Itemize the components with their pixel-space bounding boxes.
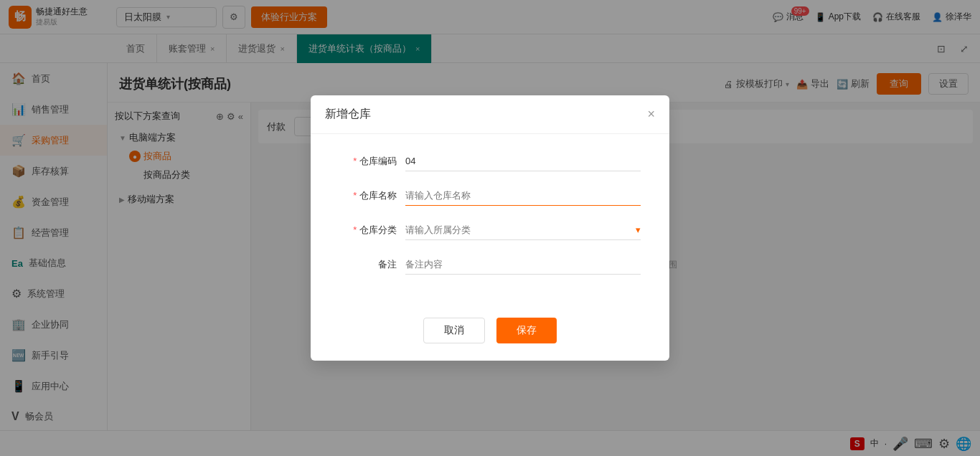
code-input[interactable] — [405, 151, 641, 171]
category-input-box: ▾ — [405, 220, 641, 240]
name-label: 仓库名称 — [339, 189, 397, 202]
form-row-code: 仓库编码 — [339, 151, 641, 171]
category-dropdown-icon[interactable]: ▾ — [636, 224, 641, 235]
modal-overlay: 新增仓库 × 仓库编码 仓库名称 仓库分类 ▾ — [0, 0, 980, 456]
name-input[interactable] — [405, 186, 641, 206]
modal-header: 新增仓库 × — [311, 95, 669, 134]
save-button[interactable]: 保存 — [496, 318, 557, 343]
modal-title: 新增仓库 — [325, 107, 371, 122]
remark-label: 备注 — [339, 258, 397, 271]
remark-input[interactable] — [405, 255, 641, 275]
modal-close-button[interactable]: × — [647, 107, 655, 122]
form-row-category: 仓库分类 ▾ — [339, 220, 641, 240]
modal-body: 仓库编码 仓库名称 仓库分类 ▾ 备注 — [311, 134, 669, 306]
category-label: 仓库分类 — [339, 224, 397, 237]
form-row-remark: 备注 — [339, 255, 641, 275]
category-input[interactable] — [405, 224, 636, 235]
modal-footer: 取消 保存 — [311, 306, 669, 361]
add-warehouse-modal: 新增仓库 × 仓库编码 仓库名称 仓库分类 ▾ — [311, 95, 669, 361]
code-label: 仓库编码 — [339, 155, 397, 168]
form-row-name: 仓库名称 — [339, 186, 641, 206]
cancel-button[interactable]: 取消 — [423, 318, 485, 343]
